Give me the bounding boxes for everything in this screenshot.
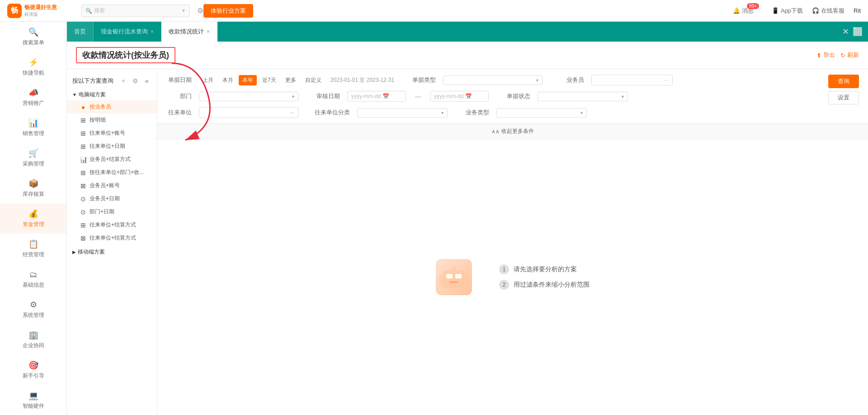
refresh-icon: ↻ bbox=[840, 52, 845, 59]
add-scheme-btn[interactable]: ＋ bbox=[119, 76, 128, 85]
settings-icon: ⚙ bbox=[28, 300, 38, 310]
svg-rect-1 bbox=[446, 274, 453, 278]
tab-close-receipt-stat[interactable]: × bbox=[207, 28, 210, 35]
scheme-item-salesperson-account[interactable]: ⊠ 业务员+账号 bbox=[67, 179, 157, 192]
tab-bank-flow[interactable]: 现金银行流水查询 × bbox=[94, 22, 161, 42]
app-download-btn[interactable]: 📱 App下载 bbox=[772, 7, 803, 15]
tab-expand-icon[interactable]: ⬜ bbox=[853, 27, 863, 37]
sidebar-item-sales[interactable]: 📊 销售管理 bbox=[0, 113, 66, 143]
sidebar-item-smart-hw[interactable]: 💻 智能硬件 bbox=[0, 385, 66, 415]
svg-rect-2 bbox=[455, 274, 462, 278]
calendar-icon: 📅 bbox=[382, 93, 389, 99]
setting-button[interactable]: 设置 bbox=[828, 91, 859, 104]
app-logo-icon: 畅 bbox=[7, 4, 22, 18]
gear-icon[interactable]: ⚙ bbox=[197, 6, 203, 15]
export-icon: ⬆ bbox=[816, 52, 821, 59]
sidebar-item-marketing[interactable]: 📣 营销推广 bbox=[0, 82, 66, 113]
folder-icon: 🗂 bbox=[28, 269, 38, 279]
date-tab-this-month[interactable]: 本月 bbox=[219, 75, 237, 85]
online-service-btn[interactable]: 🎧 在线客服 bbox=[812, 7, 844, 15]
scheme-item-by-detail[interactable]: ⊞ 按明细 bbox=[67, 113, 157, 127]
scheme-item-unit-dept-collect[interactable]: ⊞ 按往来单位+部门+收... bbox=[67, 166, 157, 179]
chevron-down-icon: ▾ bbox=[580, 110, 583, 115]
try-industry-btn[interactable]: 体验行业方案 bbox=[203, 4, 253, 18]
scheme-item-salesperson-date[interactable]: ⊙ 业务员+日期 bbox=[67, 192, 157, 205]
search-icon: 🔍 bbox=[28, 27, 38, 37]
sidebar-item-beginner[interactable]: 🎯 新手引导 bbox=[0, 355, 66, 385]
sidebar-item-enterprise[interactable]: 🏢 企业协同 bbox=[0, 325, 66, 355]
sidebar-item-system[interactable]: ⚙ 系统管理 bbox=[0, 294, 66, 325]
scheme-item-dept-date[interactable]: ⊙ 部门+日期 bbox=[67, 205, 157, 218]
header-search-bar[interactable]: 🔍 搜索 ▼ bbox=[81, 5, 190, 17]
check-grid-icon: ⊠ bbox=[80, 235, 87, 242]
date-tab-custom[interactable]: 自定义 bbox=[302, 75, 325, 85]
tab-close-bank-flow[interactable]: × bbox=[151, 28, 154, 35]
main-area: 首页 现金银行流水查询 × 收款情况统计 × ✕ ⬜ 收款情况统计(按业务员) bbox=[67, 22, 868, 415]
logo-area: 畅 畅捷通好生意 标准版 bbox=[7, 4, 74, 18]
scheme-item-unit-account[interactable]: ⊞ 往来单位+账号 bbox=[67, 127, 157, 140]
collapse-panel-btn[interactable]: « bbox=[142, 76, 151, 85]
biz-type-select[interactable]: ▾ bbox=[496, 108, 587, 118]
date-tabs: 上月 本月 本年 近7天 更多 自定义 2023-01-01 至 2023-12… bbox=[199, 75, 394, 85]
partner-type-select[interactable]: ▾ bbox=[357, 108, 448, 118]
date-tab-last-month[interactable]: 上月 bbox=[199, 75, 217, 85]
tab-close-all-icon[interactable]: ✕ bbox=[842, 27, 849, 37]
empty-step-1: 1 请先选择要分析的方案 bbox=[499, 264, 590, 274]
settings-area: ⚙ bbox=[197, 6, 203, 15]
scheme-item-unit-settle2[interactable]: ⊠ 往来单位+结算方式 bbox=[67, 231, 157, 245]
grid-icon: ⊞ bbox=[80, 222, 87, 229]
bell-icon: 🔔 bbox=[733, 7, 740, 14]
doc-type-select[interactable]: ▾ bbox=[443, 75, 542, 85]
sidebar-item-finance[interactable]: 💰 资金管理 bbox=[0, 203, 66, 234]
review-date-from[interactable]: yyyy-mm-dd 📅 bbox=[347, 91, 406, 102]
empty-steps: 1 请先选择要分析的方案 2 用过滤条件来缩小分析范围 bbox=[499, 264, 590, 290]
grid-icon: ⊞ bbox=[80, 130, 87, 137]
scheme-group-mobile-header[interactable]: ▶ 移动端方案 bbox=[67, 246, 157, 258]
messages-btn[interactable]: 🔔 消息 99+ bbox=[733, 7, 754, 15]
scheme-group-mobile: ▶ 移动端方案 bbox=[67, 246, 157, 258]
review-date-to[interactable]: yyyy-mm-dd 📅 bbox=[430, 91, 489, 102]
doc-status-select[interactable]: ▾ bbox=[538, 92, 628, 101]
scheme-group-desktop-header[interactable]: ▼ 电脑端方案 bbox=[67, 89, 157, 100]
salesperson-label: 业务员 bbox=[559, 76, 584, 84]
refresh-button[interactable]: ↻ 刷新 bbox=[840, 51, 859, 59]
filter-area-wrapper: 单据日期 上月 本月 本年 近7天 更多 自定义 2023-01-01 至 20… bbox=[166, 75, 859, 118]
logo-text: 畅捷通好生意 标准版 bbox=[24, 4, 57, 18]
sidebar-item-quick-nav[interactable]: ⚡ 快捷导航 bbox=[0, 52, 66, 82]
building-icon: 🏢 bbox=[28, 330, 38, 340]
doc-status-label: 单据状态 bbox=[505, 92, 530, 100]
sidebar-item-business[interactable]: 📋 经营管理 bbox=[0, 234, 66, 264]
sidebar-item-search[interactable]: 🔍 搜索菜单 bbox=[0, 22, 66, 52]
date-tab-more[interactable]: 更多 bbox=[282, 75, 300, 85]
date-tab-last7days[interactable]: 近7天 bbox=[259, 75, 280, 85]
sidebar-item-base-info[interactable]: 🗂 基础信息 bbox=[0, 264, 66, 294]
date-tab-this-year[interactable]: 本年 bbox=[239, 75, 257, 85]
salesperson-select[interactable]: ··· bbox=[591, 75, 673, 85]
collapse-bar[interactable]: ∧∧ 收起更多条件 bbox=[157, 124, 868, 139]
tab-home[interactable]: 首页 bbox=[67, 22, 94, 42]
robot-svg bbox=[438, 261, 470, 293]
sidebar-item-inventory[interactable]: 📦 库存核算 bbox=[0, 173, 66, 203]
scheme-item-salesperson-settle[interactable]: 📊 业务员+结算方式 bbox=[67, 153, 157, 166]
svg-rect-4 bbox=[452, 267, 456, 271]
svg-rect-5 bbox=[439, 275, 443, 284]
date-range-value: 2023-01-01 至 2023-12-31 bbox=[330, 76, 394, 84]
scheme-item-unit-date[interactable]: ⊞ 往来单位+日期 bbox=[67, 140, 157, 153]
box-icon: 📦 bbox=[28, 179, 38, 189]
top-header: 畅 畅捷通好生意 标准版 🔍 搜索 ▼ ⚙ 体验行业方案 🔔 消息 99+ 📱 … bbox=[0, 0, 868, 22]
tab-receipt-stat[interactable]: 收款情况统计 × bbox=[161, 22, 217, 42]
sidebar-item-purchase[interactable]: 🛒 采购管理 bbox=[0, 143, 66, 173]
bar-chart-icon: 📊 bbox=[80, 156, 87, 163]
scheme-item-unit-settle[interactable]: ⊞ 往来单位+结算方式 bbox=[67, 218, 157, 231]
export-button[interactable]: ⬆ 导出 bbox=[816, 51, 835, 59]
dot-icon: ● bbox=[80, 104, 87, 111]
user-name[interactable]: Rit bbox=[854, 7, 861, 14]
empty-illustration bbox=[436, 259, 472, 295]
page-actions: ⬆ 导出 ↻ 刷新 bbox=[816, 51, 859, 59]
dept-select[interactable]: ▾ bbox=[199, 92, 298, 101]
chevron-down-icon: ▾ bbox=[292, 94, 294, 99]
query-button[interactable]: 查询 bbox=[828, 75, 859, 88]
partner-select[interactable]: ··· bbox=[199, 107, 298, 118]
scheme-settings-btn[interactable]: ⚙ bbox=[131, 76, 140, 85]
scheme-item-by-salesperson[interactable]: ● 按业务员 bbox=[67, 100, 157, 113]
